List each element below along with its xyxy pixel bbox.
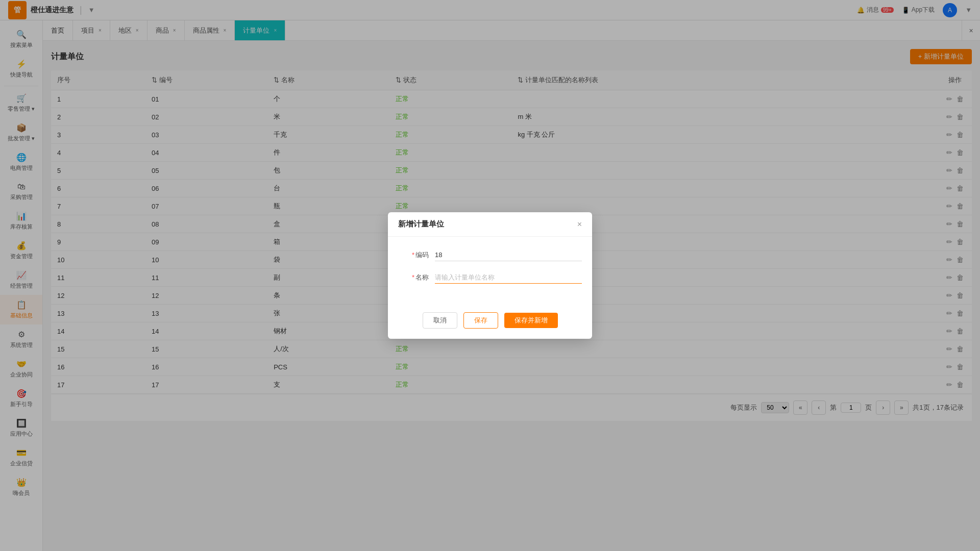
modal-close-button[interactable]: × — [577, 220, 582, 229]
code-label: 编码 — [398, 251, 429, 260]
modal-header: 新增计量单位 × — [388, 212, 592, 237]
modal-title: 新增计量单位 — [398, 219, 444, 229]
code-input[interactable] — [435, 249, 582, 261]
modal-body: 编码 名称 — [388, 237, 592, 306]
save-button[interactable]: 保存 — [463, 312, 498, 329]
form-row-name: 名称 — [398, 271, 582, 284]
cancel-button[interactable]: 取消 — [423, 312, 457, 329]
form-row-code: 编码 — [398, 249, 582, 261]
modal-footer: 取消 保存 保存并新增 — [388, 306, 592, 339]
name-label: 名称 — [398, 273, 429, 282]
save-continue-button[interactable]: 保存并新增 — [504, 313, 558, 328]
modal-overlay: 新增计量单位 × 编码 名称 取消 保存 保存并新增 — [0, 0, 980, 551]
name-input[interactable] — [435, 271, 582, 284]
add-measure-unit-modal: 新增计量单位 × 编码 名称 取消 保存 保存并新增 — [388, 212, 592, 339]
